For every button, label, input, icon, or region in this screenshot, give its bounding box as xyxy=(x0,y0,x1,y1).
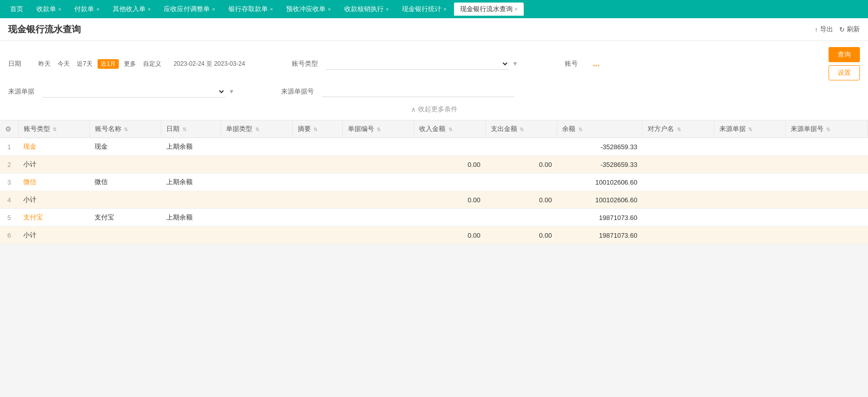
th-date[interactable]: 日期 ⇅ xyxy=(161,120,221,138)
cell-doc-no xyxy=(342,191,414,209)
date-today[interactable]: 今天 xyxy=(56,59,72,69)
cell-source-doc xyxy=(714,227,785,244)
cell-account-name: 微信 xyxy=(89,173,161,191)
nav-tab-prepay[interactable]: 预收冲应收单 × xyxy=(280,3,337,16)
source-doc-select-wrap: ▼ xyxy=(42,85,235,98)
settings-button[interactable]: 设置 xyxy=(829,65,860,80)
th-account-type[interactable]: 账号类型 ⇅ xyxy=(18,120,89,138)
cell-source-doc-no xyxy=(786,156,868,173)
cell-source-doc-no xyxy=(786,191,868,209)
cell-summary xyxy=(292,173,342,191)
nav-tab-statistics[interactable]: 现金银行统计 × xyxy=(396,3,452,16)
cell-doc-type xyxy=(221,138,292,156)
nav-tab-adjustment[interactable]: 应收应付调整单 × xyxy=(158,3,221,16)
cell-doc-type xyxy=(221,173,292,191)
nav-tab-shokuan[interactable]: 收款单 × xyxy=(30,3,67,16)
cell-counterparty xyxy=(643,173,714,191)
table-row: 5支付宝支付宝上期余额19871073.60 xyxy=(0,209,868,227)
th-source-doc-no[interactable]: 来源单据号 ⇅ xyxy=(786,120,868,138)
cell-balance: 100102606.60 xyxy=(557,173,643,191)
cell-summary xyxy=(292,156,342,173)
table-container: ⚙ 账号类型 ⇅ 账号名称 ⇅ 日期 ⇅ 单据类型 ⇅ xyxy=(0,120,868,244)
th-account-name[interactable]: 账号名称 ⇅ xyxy=(89,120,161,138)
collapse-bar: ∧ 收起更多条件 xyxy=(8,103,860,114)
nav-tab-cashflow[interactable]: 现金银行流水查询 × xyxy=(454,3,524,16)
close-icon[interactable]: × xyxy=(443,6,446,12)
cell-expense: 0.00 xyxy=(485,191,557,209)
page-header: 现金银行流水查询 ↑ 导出 ↻ 刷新 xyxy=(0,18,868,41)
close-icon[interactable]: × xyxy=(328,6,331,12)
collapse-button[interactable]: ∧ 收起更多条件 xyxy=(411,105,458,114)
cell-balance: 100102606.60 xyxy=(557,191,643,209)
close-icon[interactable]: × xyxy=(515,6,518,12)
th-doc-type[interactable]: 单据类型 ⇅ xyxy=(221,120,292,138)
export-button[interactable]: ↑ 导出 xyxy=(815,25,834,34)
source-doc-select[interactable] xyxy=(42,85,225,98)
cell-doc-no xyxy=(342,209,414,227)
th-income[interactable]: 收入金额 ⇅ xyxy=(414,120,485,138)
close-icon[interactable]: × xyxy=(270,6,273,12)
cell-source-doc xyxy=(714,138,785,156)
page-title: 现金银行流水查询 xyxy=(8,23,81,35)
date-1month[interactable]: 近1月 xyxy=(98,59,119,69)
cell-source-doc xyxy=(714,156,785,173)
th-doc-no[interactable]: 单据编号 ⇅ xyxy=(342,120,414,138)
close-icon[interactable]: × xyxy=(96,6,99,12)
cell-doc-type xyxy=(221,209,292,227)
th-counterparty[interactable]: 对方户名 ⇅ xyxy=(643,120,714,138)
date-yesterday[interactable]: 昨天 xyxy=(36,59,53,69)
cell-source-doc xyxy=(714,173,785,191)
cell-account-name xyxy=(89,227,161,244)
cell-account-name xyxy=(89,156,161,173)
export-icon: ↑ xyxy=(815,26,818,33)
gear-icon[interactable]: ⚙ xyxy=(5,125,12,133)
cell-account-name xyxy=(89,191,161,209)
sort-icon: ⇅ xyxy=(255,126,259,132)
cell-counterparty xyxy=(643,138,714,156)
account-type-select-wrap: ▼ xyxy=(326,58,518,70)
nav-tab-fukuan[interactable]: 付款单 × xyxy=(68,3,105,16)
cell-summary xyxy=(292,191,342,209)
date-more[interactable]: 更多 xyxy=(122,59,138,69)
nav-tab-verification[interactable]: 收款核销执行 × xyxy=(338,3,395,16)
table-header-row: ⚙ 账号类型 ⇅ 账号名称 ⇅ 日期 ⇅ 单据类型 ⇅ xyxy=(0,120,868,138)
date-custom[interactable]: 自定义 xyxy=(141,59,163,69)
close-icon[interactable]: × xyxy=(58,6,61,12)
data-table: ⚙ 账号类型 ⇅ 账号名称 ⇅ 日期 ⇅ 单据类型 ⇅ xyxy=(0,120,868,244)
refresh-button[interactable]: ↻ 刷新 xyxy=(839,25,860,34)
close-icon[interactable]: × xyxy=(148,6,151,12)
close-icon[interactable]: × xyxy=(386,6,389,12)
source-doc-no-input[interactable] xyxy=(322,86,514,97)
cell-source-doc xyxy=(714,209,785,227)
nav-tab-other-income[interactable]: 其他收入单 × xyxy=(107,3,157,16)
cell-counterparty xyxy=(643,156,714,173)
cell-account-name: 现金 xyxy=(89,138,161,156)
cell-account-name: 支付宝 xyxy=(89,209,161,227)
query-button[interactable]: 查询 xyxy=(829,47,860,62)
row-number: 3 xyxy=(0,173,18,191)
cell-source-doc-no xyxy=(786,173,868,191)
source-doc-label: 来源单据 xyxy=(8,87,34,96)
cell-counterparty xyxy=(643,209,714,227)
sort-icon: ⇅ xyxy=(578,126,582,132)
th-source-doc[interactable]: 来源单据 ⇅ xyxy=(714,120,785,138)
account-ellipsis-button[interactable]: ... xyxy=(593,59,600,68)
cell-date xyxy=(161,227,221,244)
account-type-select[interactable] xyxy=(326,58,509,70)
date-7days[interactable]: 近7天 xyxy=(75,59,95,69)
row-number: 6 xyxy=(0,227,18,244)
th-expense[interactable]: 支出金额 ⇅ xyxy=(485,120,557,138)
nav-home[interactable]: 首页 xyxy=(4,3,29,16)
close-icon[interactable]: × xyxy=(212,6,215,12)
nav-tab-bank-deposit[interactable]: 银行存取款单 × xyxy=(222,3,279,16)
th-balance[interactable]: 余额 ⇅ xyxy=(557,120,643,138)
cell-summary xyxy=(292,138,342,156)
cell-date: 上期余额 xyxy=(161,138,221,156)
th-summary[interactable]: 摘要 ⇅ xyxy=(292,120,342,138)
source-doc-no-label: 来源单据号 xyxy=(281,87,314,96)
cell-account-type: 小计 xyxy=(18,227,89,244)
cell-doc-type xyxy=(221,156,292,173)
right-buttons: 查询 设置 xyxy=(829,47,860,80)
cell-source-doc-no xyxy=(786,209,868,227)
row-number: 4 xyxy=(0,191,18,209)
